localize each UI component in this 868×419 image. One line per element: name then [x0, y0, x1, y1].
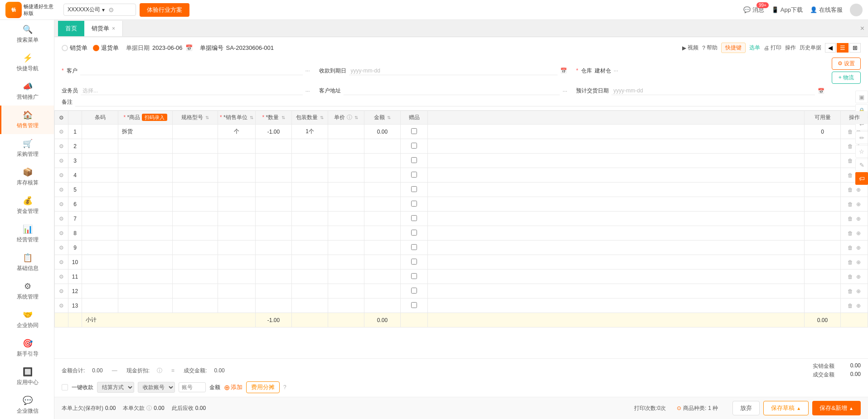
expected-date-calendar-icon[interactable]: 📅	[818, 88, 824, 94]
row-amount-10[interactable]	[364, 270, 401, 284]
row-gift-11[interactable]	[401, 284, 428, 299]
row-pkgqty-2[interactable]	[292, 154, 328, 168]
row-ops-11[interactable]: 🗑 ⊕	[841, 284, 868, 299]
row-amount-0[interactable]: 0.00	[364, 125, 401, 139]
row-product-10[interactable]	[118, 270, 173, 284]
row-product-4[interactable]	[118, 183, 173, 197]
row-unit-4[interactable]	[218, 183, 256, 197]
salesperson-more-icon[interactable]: ···	[305, 88, 310, 94]
pkgqty-sort-icon[interactable]: ⇅	[320, 115, 324, 120]
notes-input[interactable]	[75, 98, 861, 106]
row-product-5[interactable]	[118, 197, 173, 212]
row-qty-5[interactable]	[256, 197, 292, 212]
row-setting-9[interactable]: ⚙	[55, 255, 68, 270]
sidebar-item-inventory[interactable]: 📦 库存核算	[0, 163, 54, 191]
tab-home[interactable]: 首页	[58, 21, 84, 36]
row-ops-7[interactable]: 🗑 ⊕	[841, 226, 868, 241]
row-product-9[interactable]	[118, 255, 173, 270]
service-button[interactable]: 👤 在线客服	[810, 6, 843, 14]
row-barcode-9[interactable]	[82, 255, 118, 270]
experience-button[interactable]: 体验行业方案	[140, 3, 189, 17]
amount-input[interactable]	[179, 382, 206, 392]
row-barcode-4[interactable]	[82, 183, 118, 197]
row-setting-6[interactable]: ⚙	[55, 212, 68, 226]
logistics-button[interactable]: + 物流	[832, 72, 861, 84]
row-barcode-3[interactable]	[82, 168, 118, 183]
spec-sort-icon[interactable]: ⇅	[205, 115, 209, 120]
customer-input[interactable]	[80, 67, 303, 75]
row-amount-2[interactable]	[364, 154, 401, 168]
salesperson-input[interactable]	[81, 87, 303, 95]
row-price-12[interactable]	[328, 299, 364, 313]
row-gift-10[interactable]	[401, 270, 428, 284]
row-spec-1[interactable]	[173, 139, 218, 154]
row-price-7[interactable]	[328, 226, 364, 241]
row-barcode-5[interactable]	[82, 197, 118, 212]
row-qty-6[interactable]	[256, 212, 292, 226]
row-qty-2[interactable]	[256, 154, 292, 168]
save-new-button[interactable]: 保存&新增 ▲	[812, 401, 861, 415]
row-spec-11[interactable]	[173, 284, 218, 299]
row-gift-0[interactable]	[401, 125, 428, 139]
row-product-7[interactable]	[118, 226, 173, 241]
view-btn-list[interactable]: ☰	[837, 43, 849, 53]
row-product-2[interactable]	[118, 154, 173, 168]
radio-return-order[interactable]: 退货单	[93, 44, 119, 52]
rt-btn-6[interactable]: ✎	[855, 159, 868, 171]
row-gift-6[interactable]	[401, 212, 428, 226]
view-btn-left[interactable]: ◀	[825, 43, 836, 53]
row-qty-1[interactable]	[256, 139, 292, 154]
row-setting-8[interactable]: ⚙	[55, 241, 68, 255]
row-gift-3[interactable]	[401, 168, 428, 183]
row-price-1[interactable]	[328, 139, 364, 154]
row-gift-7[interactable]	[401, 226, 428, 241]
due-date-calendar-icon[interactable]: 📅	[560, 67, 567, 74]
row-amount-11[interactable]	[364, 284, 401, 299]
row-spec-5[interactable]	[173, 197, 218, 212]
add-button[interactable]: ⊕ 添加	[224, 383, 242, 392]
row-unit-1[interactable]	[218, 139, 256, 154]
row-unit-9[interactable]	[218, 255, 256, 270]
calendar-icon[interactable]: 📅	[185, 44, 193, 51]
sidebar-item-search[interactable]: 🔍 搜索菜单	[0, 20, 54, 48]
row-spec-12[interactable]	[173, 299, 218, 313]
row-product-11[interactable]	[118, 284, 173, 299]
row-amount-3[interactable]	[364, 168, 401, 183]
row-unit-2[interactable]	[218, 154, 256, 168]
expected-date-input[interactable]	[611, 87, 815, 95]
row-spec-4[interactable]	[173, 183, 218, 197]
row-spec-9[interactable]	[173, 255, 218, 270]
scan-button[interactable]: 扫码录入	[142, 114, 167, 121]
sidebar-item-enterprise[interactable]: 🤝 企业协同	[0, 305, 54, 334]
row-price-3[interactable]	[328, 168, 364, 183]
sidebar-item-wechat[interactable]: 💬 企业微信	[0, 391, 54, 419]
row-price-5[interactable]	[328, 197, 364, 212]
row-amount-1[interactable]	[364, 139, 401, 154]
row-qty-8[interactable]	[256, 241, 292, 255]
row-barcode-6[interactable]	[82, 212, 118, 226]
row-gift-8[interactable]	[401, 241, 428, 255]
row-setting-12[interactable]: ⚙	[55, 299, 68, 313]
row-spec-0[interactable]	[173, 125, 218, 139]
video-action[interactable]: ▶ 视频	[682, 44, 698, 52]
row-setting-7[interactable]: ⚙	[55, 226, 68, 241]
sidebar-item-finance[interactable]: 💰 资金管理	[0, 191, 54, 220]
row-barcode-11[interactable]	[82, 284, 118, 299]
row-barcode-2[interactable]	[82, 154, 118, 168]
row-unit-6[interactable]	[218, 212, 256, 226]
row-spec-10[interactable]	[173, 270, 218, 284]
rt-btn-5[interactable]: ☆	[855, 145, 868, 158]
user-avatar[interactable]	[850, 4, 863, 16]
tab-sale-order[interactable]: 销货单 ×	[84, 21, 123, 36]
view-btn-grid[interactable]: ⊞	[849, 43, 861, 53]
row-spec-7[interactable]	[173, 226, 218, 241]
sidebar-item-guide[interactable]: 🎯 新手引导	[0, 334, 54, 362]
due-date-input[interactable]	[349, 67, 558, 75]
row-unit-5[interactable]	[218, 197, 256, 212]
row-pkgqty-11[interactable]	[292, 284, 328, 299]
row-amount-5[interactable]	[364, 197, 401, 212]
row-amount-6[interactable]	[364, 212, 401, 226]
row-spec-6[interactable]	[173, 212, 218, 226]
row-price-2[interactable]	[328, 154, 364, 168]
row-spec-2[interactable]	[173, 154, 218, 168]
